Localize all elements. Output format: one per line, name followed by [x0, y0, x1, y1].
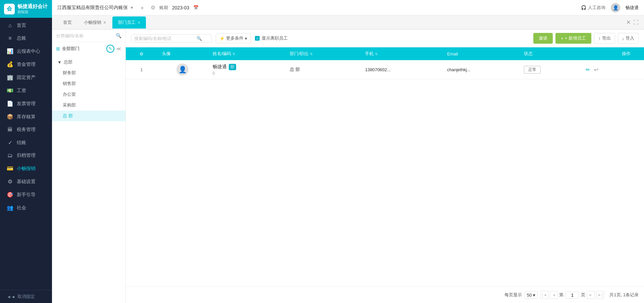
col-avatar: 头像	[157, 47, 208, 60]
sidebar-item-close-account[interactable]: ✓ 结账	[0, 136, 52, 149]
sidebar-item-social[interactable]: 👥 社会	[0, 201, 52, 214]
tab-expand-icon[interactable]: ⛶	[633, 19, 639, 26]
sidebar-item-archive[interactable]: 🗂 归档管理	[0, 149, 52, 162]
sidebar-logo[interactable]: 会 畅捷通好会计 旗舰版	[0, 0, 52, 18]
dept-item-general[interactable]: ▼ 总部	[52, 57, 125, 68]
close-account-icon: ✓	[7, 139, 13, 146]
tab-home[interactable]: 首页	[57, 16, 77, 29]
cell-action: ✏ ↩	[581, 60, 644, 79]
col-name[interactable]: 姓名/编码 ⇅	[208, 47, 285, 60]
all-dept-label-wrap: ⊞ 全部部门	[56, 46, 79, 52]
dept-item-finance[interactable]: 财务部	[52, 68, 125, 78]
sidebar-item-funds[interactable]: 💰 资金管理	[0, 58, 52, 71]
settings-gear-icon[interactable]: ⚙	[151, 4, 155, 11]
logout-employee-button[interactable]: ↩	[594, 67, 598, 73]
support-button[interactable]: 🎧 人工咨询	[581, 5, 605, 11]
settings-icon: ⚙	[7, 178, 13, 185]
tab-expense-close-icon[interactable]: ×	[103, 20, 106, 25]
sidebar-item-label: 税务管理	[17, 127, 36, 133]
tab-home-label: 首页	[63, 19, 72, 26]
dept-header-actions: ✎ ≪	[106, 45, 121, 53]
sidebar-item-invoice[interactable]: 📄 发票管理	[0, 97, 52, 110]
export-button[interactable]: ↑ 导出	[594, 33, 615, 44]
tab-dept-employee[interactable]: 部门员工 ×	[112, 16, 146, 29]
col-action: 操作	[581, 47, 644, 60]
show-resigned-toggle[interactable]: ✓ 显示离职员工	[255, 35, 288, 41]
funds-icon: 💰	[7, 61, 13, 68]
add-employee-button[interactable]: + + 新增员工	[555, 33, 591, 44]
dept-sort-icon: ⇅	[310, 52, 313, 56]
col-status: 状态	[519, 47, 581, 60]
sidebar-item-settings[interactable]: ⚙ 基础设置	[0, 175, 52, 188]
dept-office-label: 办公室	[63, 92, 76, 97]
next-page-button[interactable]: ►	[587, 291, 595, 299]
tax-icon: 🏛	[7, 127, 13, 133]
more-filters-label: 更多条件	[226, 35, 244, 41]
prev-page-button[interactable]: ◄	[550, 291, 558, 299]
sidebar-item-expense[interactable]: 💳 小畅报销	[0, 162, 52, 175]
col-name-label: 姓名/编码	[213, 51, 231, 56]
dept-headquarters-label: 总 部	[63, 113, 73, 118]
tabbar: 首页 小畅报销 × 部门员工 × ✕ ⛶	[52, 15, 644, 30]
dept-item-purchasing[interactable]: 采购部	[52, 100, 125, 111]
sidebar-item-salary[interactable]: 💵 工资	[0, 84, 52, 97]
sidebar-item-tax[interactable]: 🏛 税务管理	[0, 123, 52, 136]
tab-expense[interactable]: 小畅报销 ×	[78, 16, 112, 29]
dept-item-headquarters[interactable]: 总 部	[52, 111, 125, 121]
tab-actions: ✕ ⛶	[626, 19, 639, 26]
dept-search-icon[interactable]: 🔍	[116, 33, 121, 38]
sidebar-item-label: 总账	[17, 35, 26, 41]
employee-table: ⚙ 头像 姓名/编码 ⇅ 部门/职位 ⇅ 手机	[126, 47, 644, 79]
per-page-select[interactable]: 50 ▾	[525, 291, 538, 299]
cell-phone: 138070602...	[360, 60, 442, 79]
sidebar-item-reports[interactable]: 📊 云报表中心	[0, 45, 52, 58]
dept-item-office[interactable]: 办公室	[52, 89, 125, 100]
sidebar-item-assets[interactable]: 🏢 固定资产	[0, 71, 52, 84]
edit-dept-button[interactable]: ✎	[106, 45, 114, 53]
dept-search-input[interactable]	[56, 33, 114, 38]
tab-dept-close-icon[interactable]: ×	[138, 20, 140, 25]
sidebar-unpin-button[interactable]: ◄◄ 取消固定	[0, 290, 52, 303]
cell-name: 畅捷通 部 0	[208, 60, 285, 79]
company-selector[interactable]: 江西服宝精品有限责任公司内账张 ▼	[57, 5, 134, 11]
user-avatar: 👤	[611, 3, 620, 12]
sidebar-item-guide[interactable]: 🎯 新手引导	[0, 188, 52, 201]
tab-close-all-icon[interactable]: ✕	[626, 19, 631, 26]
calendar-icon[interactable]: 📅	[193, 5, 199, 10]
sidebar-item-home[interactable]: ⌂ 首页	[0, 19, 52, 32]
topbar-right: 🎧 人工咨询 👤 畅捷通	[581, 3, 639, 12]
check-icon: ✓	[256, 37, 259, 40]
sidebar-item-label: 基础设置	[17, 179, 36, 185]
employee-search-icon[interactable]: 🔍	[197, 36, 202, 41]
dept-item-sales[interactable]: 销售部	[52, 78, 125, 89]
filter-icon: ⚡	[219, 36, 225, 41]
col-dept[interactable]: 部门/职位 ⇅	[285, 47, 360, 60]
resigned-checkbox[interactable]: ✓	[255, 36, 260, 41]
username-label[interactable]: 畅捷通	[626, 5, 639, 11]
dept-search-bar: 🔍	[52, 30, 125, 42]
collapse-dept-icon[interactable]: ≪	[116, 46, 121, 51]
first-page-button[interactable]: |◄	[540, 291, 548, 299]
dept-tree: ▼ 总部 财务部 销售部 办公室 采购部 总 部	[52, 55, 125, 303]
page-input[interactable]	[566, 292, 579, 299]
last-page-button[interactable]: ►|	[596, 291, 604, 299]
add-company-button[interactable]: ＋	[138, 4, 147, 12]
name-sort-icon: ⇅	[232, 52, 235, 56]
all-dept-header[interactable]: ⊞ 全部部门 ✎ ≪	[52, 42, 125, 55]
col-phone[interactable]: 手机 ⇅	[360, 47, 442, 60]
guide-icon: 🎯	[7, 191, 13, 198]
employee-table-wrap: ⚙ 头像 姓名/编码 ⇅ 部门/职位 ⇅ 手机	[126, 47, 644, 287]
edit-employee-button[interactable]: ✏	[586, 67, 590, 73]
dept-grid-icon: ⊞	[56, 46, 60, 51]
sidebar-item-inventory[interactable]: 📦 库存核算	[0, 110, 52, 123]
import-button[interactable]: ↓ 导入	[618, 33, 639, 44]
more-filters-button[interactable]: ⚡ 更多条件 ▾	[216, 33, 251, 43]
sidebar-item-label: 归档管理	[17, 153, 36, 159]
employee-search-input[interactable]	[134, 36, 195, 41]
name-info: 畅捷通 部 0	[213, 64, 236, 76]
col-gear[interactable]: ⚙	[126, 47, 157, 60]
dept-finance-label: 财务部	[63, 70, 76, 75]
invite-button[interactable]: 邀请	[533, 33, 553, 44]
sidebar-item-ledger[interactable]: ≡ 总账	[0, 32, 52, 45]
social-icon: 👥	[7, 205, 13, 211]
